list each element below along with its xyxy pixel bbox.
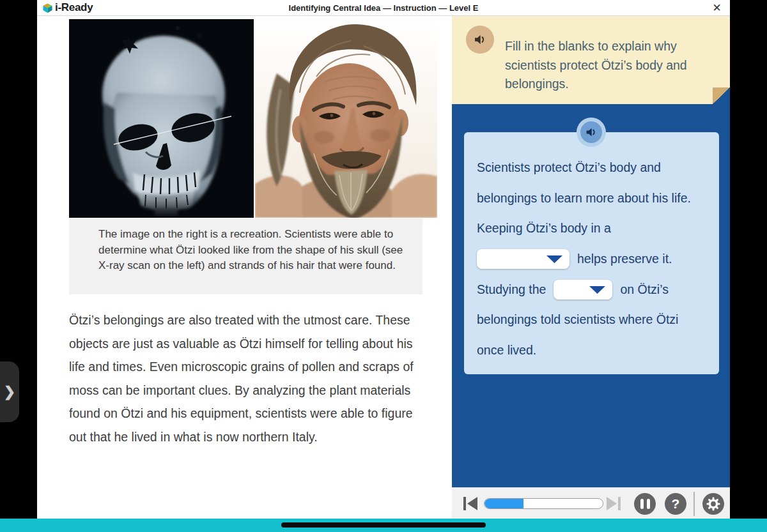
sentence-line: once lived. [477, 335, 719, 366]
sentence-line: Keeping Ötzi’s body in a [477, 213, 719, 244]
sentence-card: Scientists protect Ötzi’s body and belon… [464, 132, 719, 374]
sentence-audio-button[interactable] [577, 118, 606, 147]
image-caption: The image on the right is a recreation. … [69, 218, 422, 294]
sentence-line: Scientists protect Ötzi’s body and [477, 153, 719, 183]
skip-back-icon [463, 496, 478, 511]
chevron-down-icon [546, 255, 563, 264]
skip-forward-button[interactable] [606, 496, 621, 511]
divider [693, 492, 695, 516]
pause-icon [640, 499, 644, 509]
prompt-audio-button[interactable] [466, 26, 494, 54]
blank-dropdown-2[interactable] [554, 280, 612, 300]
skip-back-button[interactable] [463, 496, 478, 511]
sentence-line: belongings to learn more about his life. [477, 183, 719, 214]
speaker-icon [580, 121, 602, 143]
photo-row [69, 19, 437, 218]
lesson-title: Identifying Central Idea — Instruction —… [37, 0, 730, 16]
otzi-recreation-image [255, 19, 437, 218]
activity-pane: Fill in the blanks to explain why scient… [452, 16, 730, 519]
blank-row-1: helps preserve it. [477, 244, 719, 275]
close-button[interactable]: ✕ [709, 0, 725, 16]
progress-fill [484, 499, 523, 508]
reading-pane: The image on the right is a recreation. … [37, 16, 452, 519]
sentence-fragment: helps preserve it. [577, 244, 672, 275]
pause-button[interactable] [634, 493, 656, 515]
sentence-line: belongings told scientists where Ötzi [477, 305, 719, 335]
panel-expand-tab[interactable]: ❯ [0, 361, 19, 422]
gear-icon [706, 496, 721, 512]
player-bar: ? [452, 487, 730, 519]
sentence-fragment: on Ötzi’s [620, 275, 669, 305]
skip-forward-icon [606, 496, 621, 511]
blank-dropdown-1[interactable] [477, 249, 569, 269]
help-button[interactable]: ? [665, 493, 686, 515]
prompt-text: Fill in the blanks to explain why scient… [505, 37, 720, 94]
passage-paragraph: Ötzi’s belongings are also treated with … [69, 308, 422, 449]
folded-corner [713, 87, 730, 104]
blank-row-2: Studying the on Ötzi’s [477, 275, 719, 305]
speaker-icon [472, 32, 488, 47]
top-bar: i-Ready Identifying Central Idea — Instr… [37, 0, 730, 16]
fill-in-panel: Scientists protect Ötzi’s body and belon… [452, 104, 730, 487]
device-screen: i-Ready Identifying Central Idea — Instr… [0, 0, 767, 532]
xray-skull-image [69, 19, 254, 218]
progress-bar[interactable] [484, 498, 603, 509]
chevron-right-icon: ❯ [4, 384, 15, 400]
home-indicator[interactable] [281, 522, 486, 528]
chevron-down-icon [589, 285, 606, 294]
app-window: i-Ready Identifying Central Idea — Instr… [37, 0, 730, 519]
settings-button[interactable] [702, 493, 724, 515]
sentence-fragment: Studying the [477, 275, 546, 305]
prompt-note: Fill in the blanks to explain why scient… [452, 16, 730, 104]
